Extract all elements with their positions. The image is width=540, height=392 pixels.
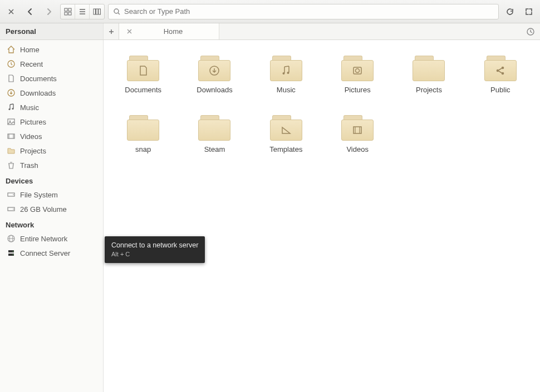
tooltip-title: Connect to a network server	[111, 241, 198, 250]
folder-item-documents[interactable]: Documents	[110, 53, 176, 96]
tab-close-icon[interactable]	[127, 29, 132, 34]
svg-point-17	[8, 108, 10, 110]
content-area[interactable]: DocumentsDownloadsMusicPicturesProjectsP…	[104, 40, 540, 392]
folder-icon	[127, 115, 159, 141]
folder-item-downloads[interactable]: Downloads	[181, 53, 247, 96]
folder-icon	[413, 56, 445, 81]
folder-label: Public	[490, 86, 510, 94]
tab-row: Personal Home	[0, 23, 540, 40]
folder-item-pictures[interactable]: Pictures	[325, 53, 390, 96]
document-icon	[7, 74, 16, 83]
path-input[interactable]	[124, 7, 494, 16]
folder-icon	[198, 56, 230, 81]
folder-icon	[270, 56, 302, 81]
fullscreen-button[interactable]	[521, 4, 537, 19]
svg-rect-2	[65, 12, 67, 15]
sidebar-item-label: Music	[20, 103, 39, 112]
tab-home[interactable]: Home	[119, 23, 219, 39]
tab-label: Home	[135, 27, 211, 36]
sidebar-item-label: Connect Server	[20, 249, 70, 257]
folder-label: snap	[135, 145, 151, 153]
music-icon	[7, 103, 16, 112]
sidebar-item-label: File System	[20, 191, 58, 199]
icon-view-button[interactable]	[61, 4, 75, 19]
sidebar-item-projects[interactable]: Projects	[0, 143, 103, 158]
sidebar-item-label: Trash	[20, 161, 38, 170]
sidebar-section-devices: Devices	[0, 172, 103, 187]
svg-point-40	[497, 70, 499, 72]
path-bar[interactable]	[108, 4, 499, 19]
sidebar-item-music[interactable]: Music	[0, 100, 103, 115]
svg-point-37	[287, 72, 289, 74]
svg-point-39	[356, 69, 360, 73]
globe-icon	[7, 234, 16, 243]
drive-icon	[7, 190, 16, 199]
list-view-button[interactable]	[75, 4, 90, 19]
search-icon	[113, 8, 121, 16]
folder-item-steam[interactable]: Steam	[181, 113, 247, 156]
refresh-button[interactable]	[502, 4, 518, 19]
sidebar-item-label: Documents	[20, 75, 57, 83]
folder-icon	[484, 56, 517, 81]
sidebar-item-home[interactable]: Home	[0, 42, 103, 57]
sidebar-section-network: Network	[0, 216, 103, 231]
sidebar-item-trash[interactable]: Trash	[0, 158, 103, 172]
sidebar-item-label: Recent	[20, 60, 43, 68]
folder-icon	[270, 115, 302, 141]
forward-button[interactable]	[41, 4, 57, 19]
folder-icon	[127, 56, 159, 81]
column-view-button[interactable]	[90, 4, 104, 19]
history-button[interactable]	[521, 23, 540, 39]
sidebar-item-label: 26 GB Volume	[20, 205, 67, 214]
tooltip-shortcut: Alt + C	[111, 250, 198, 259]
sidebar-item-label: Home	[20, 46, 40, 54]
sidebar-item-connect-server[interactable]: Connect Server	[0, 246, 103, 260]
folder-icon	[198, 115, 230, 141]
svg-rect-3	[68, 12, 71, 15]
sidebar-item-filesystem[interactable]: File System	[0, 187, 103, 202]
svg-point-33	[13, 251, 13, 251]
folder-item-projects[interactable]: Projects	[396, 53, 462, 96]
sidebar-item-pictures[interactable]: Pictures	[0, 115, 103, 129]
back-button[interactable]	[22, 4, 38, 19]
folder-label: Videos	[346, 145, 369, 153]
sidebar-item-label: Videos	[20, 132, 42, 141]
sidebar-item-label: Downloads	[20, 89, 56, 97]
sidebar-item-volume[interactable]: 26 GB Volume	[0, 202, 103, 216]
folder-icon	[341, 115, 374, 141]
close-button[interactable]	[3, 4, 19, 19]
sidebar-item-label: Entire Network	[20, 235, 67, 243]
sidebar-item-entire-network[interactable]: Entire Network	[0, 231, 103, 246]
sidebar-item-recent[interactable]: Recent	[0, 57, 103, 71]
folder-item-music[interactable]: Music	[253, 53, 319, 96]
sidebar-item-label: Pictures	[20, 118, 46, 126]
sidebar-header: Personal	[0, 23, 104, 39]
toolbar	[0, 0, 540, 23]
tooltip: Connect to a network server Alt + C	[105, 236, 205, 263]
folder-item-public[interactable]: Public	[468, 53, 533, 96]
folder-label: Pictures	[345, 86, 371, 94]
folder-item-templates[interactable]: Templates	[253, 113, 319, 156]
folder-icon	[7, 146, 16, 155]
sidebar-item-documents[interactable]: Documents	[0, 71, 103, 86]
svg-point-41	[502, 67, 504, 70]
svg-point-42	[502, 72, 504, 75]
folder-grid: DocumentsDownloadsMusicPicturesProjectsP…	[110, 53, 533, 156]
folder-item-videos[interactable]: Videos	[325, 113, 390, 156]
new-tab-button[interactable]	[104, 23, 119, 39]
sidebar-item-downloads[interactable]: Downloads	[0, 86, 103, 100]
svg-point-27	[13, 209, 14, 210]
svg-rect-0	[65, 8, 67, 11]
downloads-icon	[7, 88, 16, 97]
folder-label: Documents	[125, 86, 161, 94]
sidebar-item-videos[interactable]: Videos	[0, 129, 103, 143]
folder-icon	[341, 56, 374, 81]
sidebar-item-label: Projects	[20, 147, 46, 155]
recent-icon	[7, 59, 16, 68]
folder-label: Projects	[416, 86, 442, 94]
svg-point-20	[9, 121, 11, 122]
svg-point-36	[282, 72, 284, 75]
svg-rect-7	[94, 9, 96, 14]
folder-label: Downloads	[197, 86, 232, 94]
folder-item-snap[interactable]: snap	[110, 113, 176, 156]
